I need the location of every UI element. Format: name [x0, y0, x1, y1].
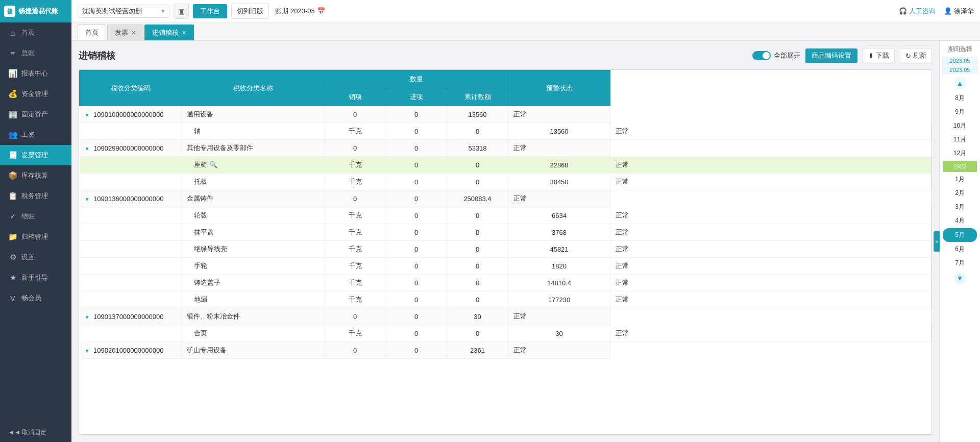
tax-name-cell: 轴	[182, 123, 325, 140]
purchase-cell: 0	[447, 207, 508, 224]
total-cell: 177230	[508, 291, 610, 308]
month-item[interactable]: 7月	[940, 256, 980, 270]
sidebar-item-settings[interactable]: ⚙ 设置	[0, 247, 71, 267]
tabs-bar: 首页 发票 ✕ 进销稽核 ✕	[71, 22, 980, 41]
panel-header-cell-1: 2023.05	[942, 57, 978, 65]
expand-all-toggle[interactable]: 全部展开	[752, 51, 800, 60]
month-item[interactable]: 12月	[940, 146, 980, 160]
period-selector[interactable]: 账期 2023-05 📅	[275, 7, 325, 16]
service-button[interactable]: 🎧 人工咨询	[899, 7, 936, 16]
sidebar-item-close[interactable]: ✓ 结账	[0, 206, 71, 227]
warning-cell: 正常	[610, 207, 932, 224]
sales-cell: 0	[386, 157, 447, 174]
product-code-button[interactable]: 商品编码设置	[805, 48, 857, 63]
purchase-cell: 0	[386, 190, 447, 207]
tab-reconcile-close[interactable]: ✕	[182, 30, 186, 36]
sidebar-item-payroll[interactable]: 👥 工资	[0, 125, 71, 145]
total-cell: 2361	[447, 342, 508, 359]
expand-icon[interactable]: ▼	[85, 197, 90, 202]
sidebar-item-label: 总账	[21, 48, 35, 58]
tax-name-cell: 托板	[182, 174, 325, 190]
headset-icon: 🎧	[899, 7, 907, 15]
save-icon: ▣	[178, 7, 185, 15]
month-item[interactable]: 3月	[940, 200, 980, 214]
search-icon[interactable]: 🔍	[209, 161, 217, 168]
workbench-button[interactable]: 工作台	[193, 4, 227, 18]
expand-icon[interactable]: ▼	[85, 112, 90, 118]
sidebar-item-home[interactable]: ⌂ 首页	[0, 22, 71, 43]
company-name: 沈海英测试经营勿删	[82, 7, 142, 16]
company-selector[interactable]: 沈海英测试经营勿删 ▾	[78, 5, 169, 18]
unit-cell: 千克	[325, 275, 386, 291]
sidebar-item-member[interactable]: V 畅会员	[0, 288, 71, 308]
sidebar-item-ledger[interactable]: ≡ 总账	[0, 43, 71, 63]
panel-toggle-button[interactable]: »	[934, 231, 940, 252]
tab-home-label: 首页	[85, 28, 99, 37]
total-cell: 53318	[447, 140, 508, 157]
month-item[interactable]: 2023	[943, 161, 977, 172]
tab-invoice-close[interactable]: ✕	[131, 30, 136, 36]
warning-cell: 正常	[610, 291, 932, 308]
expand-icon[interactable]: ▼	[85, 146, 90, 152]
refresh-button[interactable]: ↻ 刷新	[900, 48, 932, 63]
month-item[interactable]: 4月	[940, 214, 980, 228]
purchase-cell: 0	[386, 106, 447, 123]
sidebar-item-inventory[interactable]: 📦 库存核算	[0, 165, 71, 186]
assets-icon: 🏢	[8, 110, 17, 119]
tab-reconcile[interactable]: 进销稽核 ✕	[144, 24, 194, 40]
table-row: ▼ 1090100000000000000 通用设备 0 0 13560 正常	[80, 106, 932, 123]
tab-home[interactable]: 首页	[78, 24, 106, 40]
invoice-icon: 🧾	[8, 151, 17, 160]
months-container: 8月9月10月11月12月20231月2月3月4月5月6月7月	[940, 91, 980, 270]
purchase-cell: 0	[447, 123, 508, 140]
user-menu[interactable]: 👤 徐泽华	[944, 7, 974, 16]
table-row: 座椅 🔍 千克 0 0 22868 正常	[80, 157, 932, 174]
unpin-button[interactable]: ◄◄ 取消固定	[0, 423, 71, 442]
month-item[interactable]: 11月	[940, 133, 980, 146]
sidebar-item-assets[interactable]: 🏢 固定资产	[0, 104, 71, 125]
sidebar: 捷 畅捷通易代账 ⌂ 首页 ≡ 总账 📊 报表中心 💰 资金管理 🏢 固定资产 …	[0, 0, 71, 442]
sidebar-item-archive[interactable]: 📁 归档管理	[0, 227, 71, 247]
table-row: 地漏 千克 0 0 177230 正常	[80, 291, 932, 308]
sales-cell: 0	[386, 275, 447, 291]
month-item[interactable]: 1月	[940, 173, 980, 186]
save-button[interactable]: ▣	[174, 4, 189, 19]
period-value: 2023-05	[290, 7, 315, 15]
sidebar-item-label: 归档管理	[21, 232, 48, 241]
purchase-cell: 0	[386, 140, 447, 157]
month-item[interactable]: 8月	[940, 91, 980, 105]
table-row: 抹平盘 千克 0 0 3768 正常	[80, 224, 932, 241]
switch-version-button[interactable]: 切到旧版	[231, 4, 269, 19]
sidebar-item-label: 结账	[21, 212, 35, 221]
month-item[interactable]: 6月	[940, 242, 980, 256]
tax-icon: 📋	[8, 191, 17, 201]
expand-icon[interactable]: ▼	[85, 348, 90, 354]
purchase-cell: 0	[447, 291, 508, 308]
period-select-label: 期间选择	[948, 45, 972, 54]
period-down-arrow[interactable]: ▼	[954, 272, 966, 284]
right-panel: » 期间选择 2023.05 2023.05 ▲ 8月9月10月11月12月20…	[939, 41, 980, 442]
unpin-label: ◄◄ 取消固定	[8, 428, 46, 437]
close-accounts-icon: ✓	[8, 212, 17, 221]
month-item[interactable]: 9月	[940, 105, 980, 119]
sidebar-item-tax[interactable]: 📋 税务管理	[0, 186, 71, 206]
sidebar-item-funds[interactable]: 💰 资金管理	[0, 84, 71, 104]
month-item[interactable]: 5月	[943, 228, 977, 242]
expand-icon[interactable]: ▼	[85, 314, 90, 320]
download-label: 下载	[876, 51, 889, 60]
tax-name-cell: 手轮	[182, 258, 325, 275]
sidebar-item-guide[interactable]: ★ 新手引导	[0, 267, 71, 288]
table-row: 托板 千克 0 0 30450 正常	[80, 174, 932, 190]
toggle-track[interactable]	[752, 51, 771, 60]
sidebar-item-invoice[interactable]: 🧾 发票管理	[0, 145, 71, 165]
app-name: 畅捷通易代账	[18, 7, 58, 16]
download-button[interactable]: ⬇ 下载	[863, 48, 895, 63]
period-up-arrow[interactable]: ▲	[954, 77, 966, 89]
sidebar-item-reports[interactable]: 📊 报表中心	[0, 63, 71, 84]
tax-name-cell: 其他专用设备及零部件	[182, 140, 325, 157]
unit-cell: 千克	[325, 207, 386, 224]
month-item[interactable]: 10月	[940, 119, 980, 133]
month-item[interactable]: 2月	[940, 186, 980, 200]
tax-name-cell: 地漏	[182, 291, 325, 308]
tab-invoice[interactable]: 发票 ✕	[107, 24, 143, 40]
